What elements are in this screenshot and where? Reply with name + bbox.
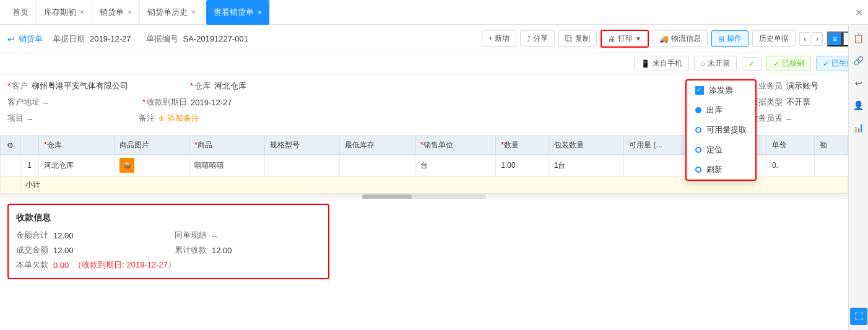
- number-label: 单据编号: [146, 33, 178, 45]
- date-label: 单据日期: [53, 33, 85, 45]
- available-radio[interactable]: [695, 127, 701, 133]
- not-opened-button[interactable]: ○ 未开票: [694, 56, 737, 71]
- current-due-row: 本单欠款 0.00 （收款到期日: 2019-12-27）: [16, 259, 321, 271]
- outbound-radio[interactable]: [695, 107, 701, 113]
- product-image: 📦: [119, 158, 134, 173]
- salesperson-value: --: [786, 114, 836, 123]
- scroll-track[interactable]: [362, 194, 486, 199]
- view-list[interactable]: ≡: [827, 32, 843, 46]
- tab-history-close[interactable]: ×: [191, 8, 196, 17]
- print-dropdown-arrow[interactable]: ▼: [635, 35, 641, 42]
- add-note-button[interactable]: ⊕ 添加备注: [158, 113, 199, 124]
- date-value: 2019-12-27: [90, 34, 131, 43]
- same-order-row: 同单现结 --: [175, 230, 321, 241]
- tab-bar-close-button[interactable]: ✕: [855, 6, 863, 18]
- sidebar-icon-user[interactable]: 👤: [850, 97, 867, 114]
- tab-sales-order[interactable]: 销货单 ×: [92, 0, 140, 25]
- sidebar-icon-expand[interactable]: ⛶: [850, 308, 867, 325]
- copy-button[interactable]: ⿻ 复制: [558, 30, 597, 47]
- operations-button[interactable]: ⊞ 操作: [711, 30, 749, 47]
- tab-view-sales[interactable]: 查看销货单 ×: [206, 0, 270, 25]
- tab-home-label: 首页: [12, 7, 28, 18]
- ticket-type-field: 票据类型 不开票: [746, 97, 836, 108]
- payment-date-label: 收款到期日: [142, 97, 187, 108]
- row-seq: 1: [20, 155, 39, 176]
- add-invoice-checkbox[interactable]: [695, 86, 704, 95]
- dropdown-locate[interactable]: 定位: [687, 140, 755, 160]
- sidebar-icon-return[interactable]: ↩: [850, 74, 867, 92]
- col-gear[interactable]: ⚙: [1, 136, 20, 155]
- dropdown-refresh[interactable]: 刷新: [687, 160, 755, 180]
- address-value: --: [43, 98, 93, 107]
- copy-icon: ⿻: [565, 35, 573, 43]
- employee-value: 演示账号: [786, 80, 836, 92]
- payment-date-field: 收款到期日 2019-12-27: [142, 97, 240, 108]
- logistics-icon: 🚚: [659, 35, 669, 43]
- sidebar-icon-chart[interactable]: 📊: [850, 119, 867, 136]
- deal-amount-row: 成交金额 12.00: [16, 245, 162, 256]
- tab-view-label: 查看销货单: [214, 7, 254, 18]
- add-note-icon: ⊕: [158, 113, 165, 123]
- confirmed-button[interactable]: ✓ 已核销: [766, 56, 811, 71]
- locate-radio[interactable]: [695, 147, 701, 153]
- project-field: 项目 --: [7, 113, 77, 124]
- confirm-icon-btn[interactable]: ✓: [742, 57, 762, 71]
- tab-inventory-label: 库存期初: [44, 7, 76, 18]
- share-icon: ⤴: [527, 35, 531, 43]
- tab-sales-close[interactable]: ×: [128, 8, 132, 17]
- tab-view-close[interactable]: ×: [258, 8, 262, 17]
- return-icon: ↩: [855, 78, 862, 88]
- number-value: SA-20191227-001: [183, 34, 249, 43]
- operations-icon: ⊞: [718, 35, 724, 43]
- tab-inventory-init[interactable]: 库存期初 ×: [37, 0, 92, 25]
- print-button[interactable]: 🖨 打印 ▼: [601, 30, 649, 48]
- doc-type-label: ↩ 销货单: [7, 33, 43, 45]
- current-due-label: 本单欠款: [16, 259, 48, 271]
- warehouse-value: 河北仓库: [214, 80, 264, 92]
- note-label: 备注: [139, 113, 155, 124]
- col-sales-unit: *销售单位: [415, 136, 495, 155]
- dropdown-available[interactable]: 可用量提取: [687, 120, 755, 140]
- new-button[interactable]: + 新增: [482, 30, 516, 47]
- mobile-icon: 📱: [641, 59, 650, 68]
- customer-value: 柳州粤港平安气体有限公司: [32, 80, 128, 92]
- sidebar-icon-clipboard[interactable]: 📋: [850, 30, 867, 47]
- tab-sales-history[interactable]: 销货单历史 ×: [140, 0, 204, 25]
- col-spec: 规格型号: [264, 136, 340, 155]
- scroll-thumb[interactable]: [362, 194, 412, 199]
- share-button[interactable]: ⤴ 分享: [520, 30, 555, 47]
- project-label: 项目: [7, 113, 24, 124]
- sidebar-icon-link[interactable]: 🔗: [850, 52, 867, 69]
- refresh-radio[interactable]: [695, 167, 701, 173]
- horizontal-scrollbar[interactable]: [0, 194, 848, 199]
- col-seq: [20, 136, 39, 155]
- payment-grid: 金额合计 12.00 同单现结 -- 成交金额 12.00 累计收款 12.00…: [16, 230, 321, 271]
- payment-title: 收款信息: [16, 212, 321, 224]
- dropdown-add-invoice[interactable]: 添发票: [687, 80, 755, 100]
- doc-info: 单据日期 2019-12-27 单据编号 SA-20191227-001: [53, 33, 472, 45]
- nav-next[interactable]: ›: [812, 32, 823, 46]
- total-amount-label: 金额合计: [16, 230, 48, 241]
- col-product: *商品: [189, 136, 265, 155]
- address-label: 客户地址: [7, 97, 40, 108]
- cumulative-label: 累计收款: [175, 245, 207, 256]
- doc-header: ↩ 销货单 单据日期 2019-12-27 单据编号 SA-20191227-0…: [0, 25, 868, 53]
- col-pack-qty: 包装数量: [549, 136, 624, 155]
- confirm-checkmark: ✓: [749, 59, 755, 68]
- note-field: 备注 ⊕ 添加备注: [139, 113, 199, 124]
- tab-home[interactable]: 首页: [5, 0, 37, 25]
- nav-prev[interactable]: ‹: [799, 32, 810, 46]
- logistics-button[interactable]: 🚚 物流信息: [653, 30, 708, 47]
- ticket-icon: ○: [701, 59, 705, 68]
- nav-arrows: ‹ ›: [799, 32, 823, 46]
- dropdown-outbound[interactable]: 出库: [687, 100, 755, 120]
- tab-inventory-close[interactable]: ×: [80, 8, 84, 17]
- from-mobile-button[interactable]: 📱 来自手机: [634, 56, 689, 71]
- row-unit-price: 0.: [766, 155, 814, 176]
- address-field: 客户地址 --: [7, 97, 93, 108]
- col-warehouse: *仓库: [39, 136, 115, 155]
- total-amount-value: 12.00: [53, 231, 74, 240]
- history-button[interactable]: 历史单据: [752, 30, 796, 47]
- print-icon: 🖨: [608, 35, 615, 43]
- refresh-label: 刷新: [706, 164, 723, 175]
